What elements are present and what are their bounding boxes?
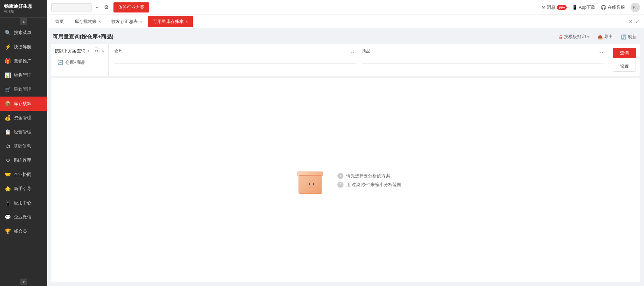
trial-btn[interactable]: 体验行业方案 bbox=[113, 2, 149, 12]
settings-btn[interactable]: 设置 bbox=[613, 61, 636, 72]
tab-available[interactable]: 可用量库存账本× bbox=[148, 16, 193, 27]
sidebar-item-basic[interactable]: 🗂基础信息 bbox=[0, 139, 47, 153]
product-filter: 商品 … bbox=[362, 48, 604, 63]
sidebar-item-operation[interactable]: 📋经营管理 bbox=[0, 125, 47, 139]
sidebar-label-wechat: 企业微信 bbox=[14, 214, 31, 220]
messages-btn[interactable]: ✉ 消息 99+ bbox=[542, 4, 567, 10]
sidebar-item-search[interactable]: 🔍搜索菜单 bbox=[0, 26, 47, 40]
warehouse-filter-label: 仓库 … bbox=[114, 48, 356, 54]
tip-text-2: 用[过滤]条件来缩小分析范围 bbox=[346, 182, 401, 188]
sidebar-label-sales: 销售管理 bbox=[14, 72, 31, 78]
box-body bbox=[299, 175, 322, 194]
box-eye-left bbox=[309, 183, 310, 185]
sidebar-item-finance[interactable]: 💰资金管理 bbox=[0, 111, 47, 125]
sidebar-icon-enterprise: 🤝 bbox=[5, 172, 11, 178]
query-btn[interactable]: 查询 bbox=[613, 48, 636, 58]
scheme-panel-header: 按以下方案查询 ＋ ⊙ « bbox=[55, 47, 105, 55]
tabbar-close-btn[interactable]: × bbox=[628, 17, 634, 26]
refresh-label: 刷新 bbox=[628, 34, 637, 40]
messages-badge: 99+ bbox=[557, 5, 567, 10]
product-more-btn[interactable]: … bbox=[598, 48, 603, 54]
topbar-search[interactable] bbox=[51, 3, 92, 11]
sidebar-label-operation: 经营管理 bbox=[14, 129, 31, 135]
tab-home[interactable]: 首页 bbox=[50, 16, 69, 27]
tab-close-summary[interactable]: × bbox=[140, 20, 142, 24]
logo-title: 畅康通好生意 bbox=[4, 3, 43, 9]
product-label-text: 商品 bbox=[362, 48, 370, 54]
empty-tip-2: 2 用[过滤]条件来缩小分析范围 bbox=[337, 182, 401, 188]
sidebar-item-purchase[interactable]: 🛒采购管理 bbox=[0, 82, 47, 97]
scheme-collapse-btn[interactable]: « bbox=[101, 47, 105, 55]
sidebar-item-wechat[interactable]: 💬企业微信 bbox=[0, 210, 47, 224]
warehouse-input[interactable] bbox=[114, 55, 356, 63]
tab-summary[interactable]: 收发存汇总表× bbox=[106, 16, 147, 27]
export-icon: 📤 bbox=[597, 34, 603, 40]
print-icon: 🖨 bbox=[558, 34, 563, 40]
tab-close-available[interactable]: × bbox=[186, 20, 188, 24]
sidebar-icon-marketing: 🎁 bbox=[5, 58, 11, 64]
sidebar-item-sales[interactable]: 📊销售管理 bbox=[0, 68, 47, 82]
tabbar-expand-btn[interactable]: ⤢ bbox=[634, 17, 641, 26]
sidebar-icon-wechat: 💬 bbox=[5, 214, 11, 220]
sidebar-item-inventory[interactable]: 📦库存核算 bbox=[0, 97, 47, 111]
product-input[interactable] bbox=[362, 55, 604, 63]
sidebar-item-newbie[interactable]: 🌟新手引导 bbox=[0, 182, 47, 196]
print-btn[interactable]: 🖨 按模板打印 ▾ bbox=[556, 32, 591, 41]
empty-content: 1 请先选择要分析的方案 2 用[过滤]条件来缩小分析范围 bbox=[290, 160, 401, 201]
export-btn[interactable]: 📤 导出 bbox=[595, 32, 615, 41]
sidebar-item-appcenter[interactable]: 📱应用中心 bbox=[0, 196, 47, 210]
query-area: 按以下方案查询 ＋ ⊙ « 🔄 仓库+商品 仓库 … bbox=[51, 44, 640, 76]
sidebar-item-member[interactable]: 🏆畅会员 bbox=[0, 224, 47, 238]
topbar-right: ✉ 消息 99+ 📱 App下载 🎧 在线客服 Rit bbox=[542, 3, 640, 12]
app-download-btn[interactable]: 📱 App下载 bbox=[572, 4, 595, 10]
sidebar-label-newbie: 新手引导 bbox=[14, 186, 31, 192]
tip-num-2: 2 bbox=[337, 182, 343, 188]
sidebar-scroll-up[interactable]: ▲ bbox=[20, 18, 27, 25]
box-eyes bbox=[309, 183, 314, 185]
tab-label-summary: 收发存汇总表 bbox=[111, 19, 138, 25]
scheme-item-warehouse-product[interactable]: 🔄 仓库+商品 bbox=[55, 57, 105, 68]
headset-icon: 🎧 bbox=[601, 5, 606, 10]
sidebar-label-system: 系统管理 bbox=[14, 157, 31, 163]
tab-close-batch[interactable]: × bbox=[99, 20, 101, 24]
app-download-label: App下载 bbox=[579, 4, 595, 10]
sidebar-label-quicknav: 快捷导航 bbox=[14, 44, 31, 50]
avatar: Rit bbox=[630, 3, 640, 12]
tip-num-1: 1 bbox=[337, 173, 343, 179]
scheme-panel-title: 按以下方案查询 bbox=[55, 48, 85, 54]
scheme-settings-btn[interactable]: ⊙ bbox=[93, 47, 100, 54]
export-label: 导出 bbox=[604, 34, 613, 40]
scheme-add-btn[interactable]: ＋ bbox=[85, 47, 92, 55]
empty-tip-1: 1 请先选择要分析的方案 bbox=[337, 173, 401, 179]
username-text: Rit bbox=[633, 5, 637, 9]
tab-label-home: 首页 bbox=[55, 19, 64, 25]
topbar-gear-icon[interactable]: ⚙ bbox=[102, 3, 111, 11]
box-eye-right bbox=[313, 183, 314, 185]
sidebar-scroll-down[interactable]: ▼ bbox=[20, 279, 27, 285]
warehouse-more-btn[interactable]: … bbox=[351, 48, 356, 54]
sidebar-item-marketing[interactable]: 🎁营销推广 bbox=[0, 54, 47, 68]
sidebar-item-enterprise[interactable]: 🤝企业协同 bbox=[0, 167, 47, 182]
empty-tips: 1 请先选择要分析的方案 2 用[过滤]条件来缩小分析范围 bbox=[337, 173, 401, 188]
user-avatar[interactable]: Rit bbox=[630, 3, 640, 12]
sidebar-item-quicknav[interactable]: ⚡快捷导航 bbox=[0, 40, 47, 54]
topbar-dropdown-btn[interactable]: ▾ bbox=[95, 4, 99, 10]
print-dropdown-icon[interactable]: ▾ bbox=[587, 35, 589, 39]
sidebar-label-purchase: 采购管理 bbox=[14, 86, 31, 93]
refresh-btn[interactable]: 🔄 刷新 bbox=[619, 32, 639, 41]
sidebar-label-search: 搜索菜单 bbox=[14, 30, 31, 36]
online-service-btn[interactable]: 🎧 在线客服 bbox=[601, 4, 625, 10]
sidebar-icon-operation: 📋 bbox=[5, 129, 11, 135]
box-icon bbox=[295, 167, 326, 194]
tab-batch[interactable]: 库存批次账× bbox=[70, 16, 106, 27]
sidebar-label-appcenter: 应用中心 bbox=[14, 200, 31, 206]
warehouse-filter: 仓库 … bbox=[114, 48, 356, 63]
sidebar-scroll-area: 🔍搜索菜单⚡快捷导航🎁营销推广📊销售管理🛒采购管理📦库存核算💰资金管理📋经营管理… bbox=[0, 26, 47, 278]
online-service-label: 在线客服 bbox=[608, 4, 625, 10]
tabbar: 首页库存批次账×收发存汇总表×可用量库存账本××⤢ bbox=[47, 15, 644, 28]
sidebar-label-marketing: 营销推广 bbox=[14, 58, 31, 64]
sidebar-icon-member: 🏆 bbox=[5, 228, 11, 234]
sidebar-logo: 畅康通好生意 标准版 bbox=[0, 0, 47, 18]
sidebar: 畅康通好生意 标准版 ▲ 🔍搜索菜单⚡快捷导航🎁营销推广📊销售管理🛒采购管理📦库… bbox=[0, 0, 47, 286]
sidebar-item-system[interactable]: ⚙系统管理 bbox=[0, 153, 47, 167]
